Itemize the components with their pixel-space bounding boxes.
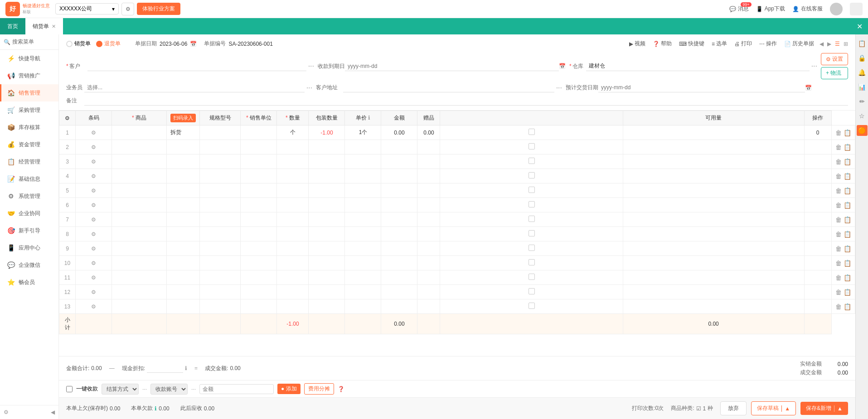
- cell-price-7[interactable]: [381, 227, 417, 241]
- cell-gift-5[interactable]: [440, 198, 623, 212]
- cell-spec-6[interactable]: [241, 212, 277, 227]
- cell-gift-12[interactable]: [440, 299, 623, 314]
- cell-spec-1[interactable]: [241, 140, 277, 154]
- sidebar-item-finance[interactable]: 💰 资金管理: [0, 136, 58, 153]
- cell-qty-5[interactable]: [309, 198, 345, 212]
- cell-amount-0[interactable]: 0.00: [417, 125, 440, 140]
- delete-icon-12[interactable]: 🗑: [835, 303, 842, 310]
- warehouse-input[interactable]: [586, 62, 810, 71]
- sidebar-item-sales[interactable]: 🏠 销售管理: [0, 84, 58, 101]
- trial-button[interactable]: 体验行业方案: [137, 3, 180, 15]
- cell-qty-12[interactable]: [309, 299, 345, 314]
- add-payment-button[interactable]: ● 添加: [277, 384, 301, 394]
- cell-product-8[interactable]: [166, 241, 200, 256]
- delete-icon-2[interactable]: 🗑: [835, 158, 842, 165]
- cell-packqty-3[interactable]: [345, 169, 381, 183]
- cell-unit-12[interactable]: [277, 299, 309, 314]
- logistics-button[interactable]: + 物流: [821, 67, 848, 79]
- cell-price-6[interactable]: [381, 212, 417, 227]
- cell-price-4[interactable]: [381, 183, 417, 198]
- delete-icon-0[interactable]: 🗑: [835, 129, 842, 136]
- cell-barcode-10[interactable]: [112, 270, 167, 285]
- cell-barcode-2[interactable]: [112, 154, 167, 169]
- copy-icon-1[interactable]: 📋: [844, 144, 851, 151]
- cell-qty-0[interactable]: -1.00: [309, 125, 345, 140]
- cell-price-1[interactable]: [381, 140, 417, 154]
- cell-qty-3[interactable]: [309, 169, 345, 183]
- cell-qty-9[interactable]: [309, 256, 345, 270]
- app-download-button[interactable]: 📱 App下载: [756, 5, 785, 13]
- customer-input[interactable]: [87, 62, 306, 71]
- cell-qty-7[interactable]: [309, 227, 345, 241]
- cell-amount-1[interactable]: [417, 140, 440, 154]
- cell-price-12[interactable]: [381, 299, 417, 314]
- sidebar-item-quick-nav[interactable]: ⚡ 快捷导航: [0, 50, 58, 67]
- cell-packqty-1[interactable]: [345, 140, 381, 154]
- cell-packqty-11[interactable]: [345, 285, 381, 299]
- cell-spec-0[interactable]: [241, 125, 277, 140]
- cell-unit-7[interactable]: [277, 227, 309, 241]
- cell-amount-4[interactable]: [417, 183, 440, 198]
- cell-price-8[interactable]: [381, 241, 417, 256]
- copy-icon-8[interactable]: 📋: [844, 245, 851, 252]
- cell-packqty-7[interactable]: [345, 227, 381, 241]
- amount-input[interactable]: [199, 384, 274, 394]
- note-input[interactable]: [84, 96, 848, 106]
- sidebar-item-member[interactable]: ⭐ 畅会员: [0, 274, 58, 291]
- right-icon-4[interactable]: 📊: [857, 82, 868, 92]
- discard-button[interactable]: 放弃: [720, 401, 747, 415]
- due-date-input[interactable]: [345, 62, 559, 71]
- operate-button[interactable]: ⋯ 操作: [757, 39, 779, 48]
- cell-price-9[interactable]: [381, 256, 417, 270]
- cell-gift-4[interactable]: [440, 183, 623, 198]
- delete-icon-4[interactable]: 🗑: [835, 187, 842, 194]
- cell-spec-2[interactable]: [241, 154, 277, 169]
- salesman-input[interactable]: [84, 83, 305, 92]
- cell-barcode-4[interactable]: [112, 183, 167, 198]
- sidebar-item-app-center[interactable]: 📱 应用中心: [0, 239, 58, 256]
- radio-return[interactable]: 退货单: [96, 40, 121, 48]
- cell-gift-7[interactable]: [440, 227, 623, 241]
- cell-amount-5[interactable]: [417, 198, 440, 212]
- radio-sales[interactable]: 销货单: [66, 40, 91, 48]
- close-window-icon[interactable]: ✕: [857, 22, 863, 31]
- sidebar-item-enterprise[interactable]: 🤝 企业协同: [0, 205, 58, 222]
- cell-amount-11[interactable]: [417, 285, 440, 299]
- estimated-date-input[interactable]: [598, 83, 805, 92]
- delete-icon-6[interactable]: 🗑: [835, 216, 842, 223]
- copy-icon-3[interactable]: 📋: [844, 173, 851, 180]
- account-select[interactable]: 收款账号: [150, 384, 188, 395]
- cell-product-1[interactable]: [166, 140, 200, 154]
- cell-spec-4[interactable]: [241, 183, 277, 198]
- warehouse-more-icon[interactable]: ···: [811, 62, 817, 70]
- cell-unit-10[interactable]: [277, 270, 309, 285]
- cell-gift-2[interactable]: [440, 154, 623, 169]
- cell-barcode-0[interactable]: [112, 125, 167, 140]
- cell-packqty-4[interactable]: [345, 183, 381, 198]
- right-icon-1[interactable]: 📋: [857, 38, 868, 49]
- cell-spec-9[interactable]: [241, 256, 277, 270]
- nav-prev-icon[interactable]: ◀: [820, 41, 824, 47]
- delete-icon-1[interactable]: 🗑: [835, 144, 842, 151]
- cell-product-9[interactable]: [166, 256, 200, 270]
- cell-gift-10[interactable]: [440, 270, 623, 285]
- sidebar-item-purchase[interactable]: 🛒 采购管理: [0, 101, 58, 119]
- cell-amount-7[interactable]: [417, 227, 440, 241]
- right-icon-6[interactable]: ☆: [857, 111, 868, 121]
- cell-packqty-9[interactable]: [345, 256, 381, 270]
- cell-spec-7[interactable]: [241, 227, 277, 241]
- cell-amount-2[interactable]: [417, 154, 440, 169]
- customer-addr-more-icon[interactable]: ···: [556, 84, 562, 92]
- search-menu[interactable]: 🔍 搜索菜单: [0, 34, 58, 50]
- scan-button[interactable]: 扫码录入: [170, 114, 196, 122]
- copy-icon-2[interactable]: 📋: [844, 158, 851, 165]
- sidebar-settings-icon[interactable]: ⚙: [4, 409, 9, 415]
- cell-barcode-5[interactable]: [112, 198, 167, 212]
- copy-icon-0[interactable]: 📋: [844, 129, 851, 136]
- cell-product-3[interactable]: [166, 169, 200, 183]
- sidebar-item-weixin[interactable]: 💬 企业微信: [0, 256, 58, 274]
- right-icon-3[interactable]: 🔔: [857, 67, 868, 78]
- cell-packqty-0[interactable]: 1个: [345, 125, 381, 140]
- tab-home[interactable]: 首页: [0, 18, 25, 34]
- settings-top-button[interactable]: ⚙ 设置: [821, 53, 848, 65]
